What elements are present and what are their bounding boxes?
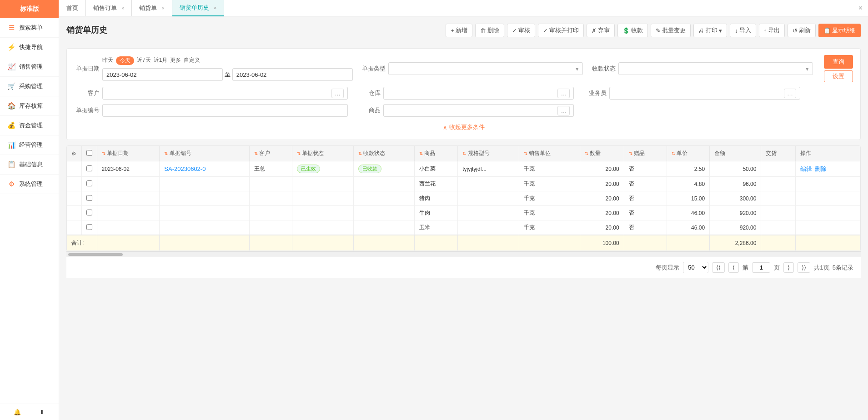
query-button[interactable]: 查询: [824, 55, 853, 69]
doc-type-dropdown-icon[interactable]: ▾: [576, 65, 579, 72]
next-page-button[interactable]: ⟩: [783, 262, 794, 273]
sidebar-item-purchase-mgmt[interactable]: 🛒 采购管理: [0, 77, 59, 96]
sidebar-item-finance[interactable]: 💰 资金管理: [0, 116, 59, 135]
audit-print-button[interactable]: ✓ 审核并打印: [538, 24, 584, 37]
col-action: 操作: [795, 146, 860, 161]
per-page-select[interactable]: 50 20 100 200: [683, 262, 708, 273]
abandon-icon: ✗: [592, 27, 597, 34]
page-number-input[interactable]: [752, 262, 770, 273]
col-doc-status[interactable]: ⇅ 单据状态: [292, 146, 353, 161]
col-doc-date[interactable]: ⇅ 单据日期: [97, 146, 160, 161]
row-checkbox[interactable]: [81, 161, 97, 177]
col-checkbox[interactable]: [81, 146, 97, 161]
audit-button[interactable]: ✓ 审核: [507, 24, 535, 37]
row-unit: 千克: [519, 177, 580, 191]
sidebar-item-quick-nav[interactable]: ⚡ 快捷导航: [0, 38, 59, 57]
col-gift[interactable]: ⇅ 赠品: [624, 146, 667, 161]
row-trade: [761, 161, 795, 177]
col-price[interactable]: ⇅ 单价: [667, 146, 709, 161]
row-checkbox[interactable]: [81, 220, 97, 235]
customer-ellipsis[interactable]: …: [331, 89, 344, 98]
shortcut-today[interactable]: 今天: [116, 56, 134, 65]
row-checkbox[interactable]: [81, 177, 97, 191]
sidebar-item-sales-mgmt[interactable]: 📈 销售管理: [0, 57, 59, 77]
query-label: 查询: [833, 58, 844, 66]
col-spec[interactable]: ⇅ 规格型号: [458, 146, 519, 161]
sidebar-bottom-icon1[interactable]: 🔔: [14, 409, 21, 415]
row-goods: 小白菜: [414, 161, 457, 177]
row-select-checkbox[interactable]: [86, 180, 92, 186]
sidebar-bottom-icon2[interactable]: ⏸: [39, 409, 45, 415]
horizontal-scrollbar[interactable]: [66, 251, 861, 257]
shortcut-more[interactable]: 更多: [170, 56, 181, 65]
col-qty[interactable]: ⇅ 数量: [580, 146, 624, 161]
doc-no-link[interactable]: SA-20230602-0: [164, 165, 206, 172]
shortcut-yesterday[interactable]: 昨天: [102, 56, 113, 65]
select-all-checkbox[interactable]: [86, 150, 92, 156]
col-settings[interactable]: ⚙: [67, 146, 81, 161]
col-unit[interactable]: ⇅ 销售单位: [519, 146, 580, 161]
collapse-button[interactable]: ∧ 收起更多条件: [441, 121, 487, 133]
tab-sales-order-close[interactable]: ×: [121, 5, 124, 11]
tab-sales-history-close[interactable]: ×: [214, 5, 216, 10]
warehouse-ellipsis[interactable]: …: [557, 89, 570, 98]
row-select-checkbox[interactable]: [86, 210, 92, 215]
col-doc-no[interactable]: ⇅ 单据编号: [160, 146, 250, 161]
date-from-input[interactable]: [102, 68, 223, 81]
goods-ellipsis[interactable]: …: [557, 106, 570, 115]
search-menu-icon: ☰: [7, 24, 15, 32]
doc-no-input[interactable]: [102, 104, 348, 117]
batch-change-button[interactable]: ✎ 批量变更: [651, 24, 691, 37]
sidebar-item-system-mgmt[interactable]: ⚙ 系统管理: [0, 175, 59, 194]
prev-page-button[interactable]: ⟨: [728, 262, 739, 273]
tab-sales-goods-close[interactable]: ×: [161, 5, 164, 11]
col-customer[interactable]: ⇅ 客户: [249, 146, 292, 161]
col-amount[interactable]: 金额: [710, 146, 761, 161]
export-button[interactable]: ↑ 导出: [759, 24, 785, 37]
abandon-button[interactable]: ✗ 弃审: [587, 24, 615, 37]
close-all-tabs[interactable]: ×: [853, 4, 868, 12]
add-button[interactable]: + 新增: [446, 24, 472, 37]
row-select-checkbox[interactable]: [86, 224, 92, 230]
payment-status-dropdown-icon[interactable]: ▾: [806, 65, 809, 72]
action-link[interactable]: 编辑: [800, 165, 812, 172]
sidebar-item-search-menu[interactable]: ☰ 搜索菜单: [0, 18, 59, 38]
show-detail-button[interactable]: 📋 显示明细: [818, 24, 861, 37]
row-payment-status: [353, 220, 414, 235]
print-button[interactable]: 🖨 打印 ▾: [693, 24, 727, 37]
tab-sales-history[interactable]: 销货单历史 ×: [172, 0, 224, 16]
sidebar-item-inventory[interactable]: 🏠 库存核算: [0, 96, 59, 116]
last-page-button[interactable]: ⟩⟩: [798, 262, 810, 273]
row-select-checkbox[interactable]: [86, 165, 92, 171]
date-to-input[interactable]: [232, 68, 353, 81]
shortcut-1month[interactable]: 近1月: [154, 56, 168, 65]
row-checkbox[interactable]: [81, 191, 97, 206]
row-checkbox[interactable]: [81, 206, 97, 220]
tab-home[interactable]: 首页: [59, 0, 86, 16]
first-page-button[interactable]: ⟨⟨: [712, 262, 725, 273]
tab-home-label: 首页: [66, 4, 78, 12]
col-goods[interactable]: ⇅ 商品: [414, 146, 457, 161]
salesperson-ellipsis[interactable]: …: [784, 89, 796, 98]
row-select-checkbox[interactable]: [86, 195, 92, 201]
data-table-container: ⚙ ⇅ 单据日期 ⇅ 单据编号 ⇅ 客户 ⇅ 单据状态 ⇅ 收款状态 ⇅ 商品 …: [66, 145, 861, 251]
footer-total-qty: 100.00: [580, 235, 624, 251]
sidebar-item-operations[interactable]: 📊 经营管理: [0, 135, 59, 155]
table-header-row: ⚙ ⇅ 单据日期 ⇅ 单据编号 ⇅ 客户 ⇅ 单据状态 ⇅ 收款状态 ⇅ 商品 …: [67, 146, 860, 161]
footer-empty4: [292, 235, 353, 251]
scroll-thumb[interactable]: [68, 253, 123, 256]
abandon-label: 弃审: [598, 26, 610, 35]
tab-sales-order[interactable]: 销售订单 ×: [86, 0, 132, 16]
shortcut-7days[interactable]: 近7天: [137, 56, 151, 65]
col-trade[interactable]: 交货: [761, 146, 795, 161]
delete-button[interactable]: 🗑 删除: [475, 24, 504, 37]
refresh-button[interactable]: ↺ 刷新: [788, 24, 816, 37]
import-button[interactable]: ↓ 导入: [730, 24, 756, 37]
action-link[interactable]: 删除: [815, 165, 827, 172]
shortcut-custom[interactable]: 自定义: [184, 56, 200, 65]
sidebar-item-basic-info[interactable]: 📋 基础信息: [0, 155, 59, 175]
settings-button[interactable]: 设置: [824, 70, 853, 82]
tab-sales-goods[interactable]: 销货单 ×: [132, 0, 172, 16]
col-payment-status[interactable]: ⇅ 收款状态: [353, 146, 414, 161]
collect-button[interactable]: 💲 收款: [617, 24, 648, 37]
